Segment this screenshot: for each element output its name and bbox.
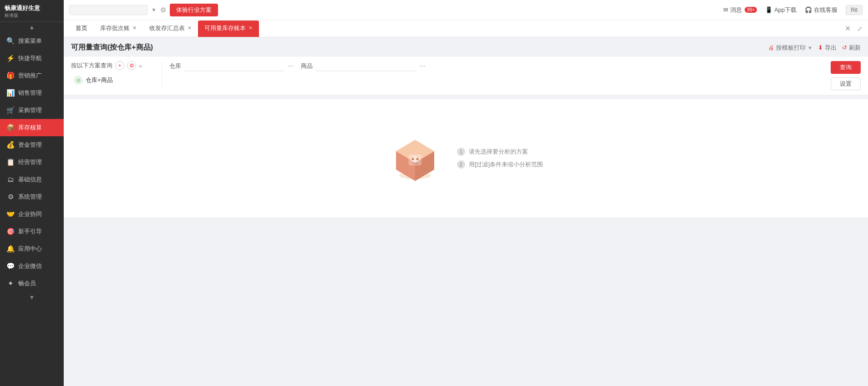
sidebar-label-inventory: 库存核算 xyxy=(18,124,42,132)
topbar-gear-icon[interactable]: ⚙ xyxy=(160,6,166,14)
tab-recv-summary-label: 收发存汇总表 xyxy=(149,24,185,32)
page-title: 可用量查询(按仓库+商品) xyxy=(71,43,153,52)
filter-goods-more-icon[interactable]: ··· xyxy=(419,62,425,70)
scheme-item-label: 仓库+商品 xyxy=(86,76,113,84)
tab-expand-btn[interactable]: ⤢ xyxy=(857,25,863,32)
folder-icon: 🗂 xyxy=(6,175,15,183)
clipboard-icon: 📋 xyxy=(6,158,15,166)
online-service-label: 在线客服 xyxy=(814,6,838,14)
scheme-item-warehouse-goods[interactable]: ⊙ 仓库+商品 xyxy=(71,74,157,87)
message-label: 消息 xyxy=(730,6,742,14)
sidebar-item-wechat[interactable]: 💬 企业微信 xyxy=(0,257,64,275)
filter-warehouse-more-icon[interactable]: ··· xyxy=(288,62,294,70)
message-icon: ✉ xyxy=(723,6,728,13)
dropdown-icon[interactable]: ▼ xyxy=(151,7,157,13)
sidebar-item-quick-nav[interactable]: ⚡ 快捷导航 xyxy=(0,50,64,67)
tip-item-2: 2 用[过滤]条件来缩小分析范围 xyxy=(457,160,543,169)
filter-area: 仓库 ··· 商品 ··· xyxy=(162,61,823,71)
sidebar-item-basic-info[interactable]: 🗂 基础信息 xyxy=(0,171,64,188)
tab-recv-summary-close[interactable]: ✕ xyxy=(188,25,192,31)
search-icon: 🔍 xyxy=(6,37,15,45)
sidebar-item-enterprise[interactable]: 🤝 企业协同 xyxy=(0,206,64,223)
action-btns: 查询 设置 xyxy=(823,61,861,90)
export-label: 导出 xyxy=(825,44,837,52)
user-avatar[interactable]: Rit xyxy=(846,5,863,15)
chat-icon: 💬 xyxy=(6,262,15,270)
industry-btn[interactable]: 体验行业方案 xyxy=(170,4,218,16)
sidebar-item-inventory[interactable]: 📦 库存核算 xyxy=(0,119,64,136)
filter-goods-input[interactable] xyxy=(315,61,416,71)
print-dropdown-icon[interactable]: ▼ xyxy=(807,45,812,51)
export-btn[interactable]: ⬇ 导出 xyxy=(818,44,837,52)
tab-global-close-btn[interactable]: ✕ xyxy=(842,23,853,34)
query-row: 按以下方案查询 + ⚙ « ⊙ 仓库+商品 仓库 ··· xyxy=(71,61,861,90)
sidebar-label-quick-nav: 快捷导航 xyxy=(18,54,42,62)
lightning-icon: ⚡ xyxy=(6,54,15,62)
tip-text-1: 请先选择要分析的方案 xyxy=(469,148,528,156)
scheme-add-icon[interactable]: + xyxy=(115,61,124,70)
query-panel: 按以下方案查询 + ⚙ « ⊙ 仓库+商品 仓库 ··· xyxy=(64,56,868,95)
scheme-item-icon: ⊙ xyxy=(74,76,83,85)
sidebar-item-vip[interactable]: ✦ 畅会员 xyxy=(0,275,64,292)
tabbar: 首页 库存批次账 ✕ 收发存汇总表 ✕ 可用量库存账本 ✕ ✕ ⤢ xyxy=(64,20,868,37)
tab-batch-account-close[interactable]: ✕ xyxy=(132,25,137,31)
sidebar-item-finance[interactable]: 💰 资金管理 xyxy=(0,136,64,154)
refresh-btn[interactable]: ↺ 刷新 xyxy=(842,44,861,52)
svg-point-7 xyxy=(411,158,414,160)
sidebar-item-sales[interactable]: 📊 销售管理 xyxy=(0,84,64,102)
gift-icon: 🎁 xyxy=(6,72,15,80)
gear-icon: ⚙ xyxy=(6,193,15,201)
sidebar-item-app-center[interactable]: 🔔 应用中心 xyxy=(0,240,64,257)
tab-home[interactable]: 首页 xyxy=(69,21,94,37)
sidebar-label-search: 搜索菜单 xyxy=(18,37,42,45)
sidebar-scroll: ▲ 🔍 搜索菜单 ⚡ 快捷导航 🎁 营销推广 📊 销售管理 🛒 采购管理 📦 库… xyxy=(0,22,64,386)
tab-recv-summary[interactable]: 收发存汇总表 ✕ xyxy=(143,21,198,37)
page-header: 可用量查询(按仓库+商品) 🖨 按模板打印 ▼ ⬇ 导出 ↺ 刷新 xyxy=(64,37,868,56)
tip-text-2: 用[过滤]条件来缩小分析范围 xyxy=(469,160,543,169)
sidebar-item-operations[interactable]: 📋 经营管理 xyxy=(0,154,64,171)
tab-batch-account[interactable]: 库存批次账 ✕ xyxy=(94,21,143,37)
sidebar-label-marketing: 营销推广 xyxy=(18,72,42,80)
app-name: 畅康通好生意 xyxy=(5,5,59,12)
scheme-collapse-icon[interactable]: « xyxy=(139,62,142,69)
tab-batch-account-label: 库存批次账 xyxy=(100,24,130,32)
sidebar-item-search[interactable]: 🔍 搜索菜单 xyxy=(0,32,64,50)
sidebar-item-newbie[interactable]: 🎯 新手引导 xyxy=(0,223,64,240)
message-btn[interactable]: ✉ 消息 99+ xyxy=(723,6,757,14)
scroll-up-btn[interactable]: ▲ xyxy=(0,22,64,32)
print-btn[interactable]: 🖨 按模板打印 ▼ xyxy=(768,44,812,52)
refresh-label: 刷新 xyxy=(849,44,861,52)
scheme-settings-icon[interactable]: ⚙ xyxy=(127,61,136,70)
sidebar-label-purchase: 采购管理 xyxy=(18,106,42,114)
app-logo: 畅康通好生意 标准版 xyxy=(0,0,64,22)
query-button[interactable]: 查询 xyxy=(831,61,861,74)
tab-available-ledger-close[interactable]: ✕ xyxy=(249,25,253,31)
refresh-icon: ↺ xyxy=(842,44,847,51)
scroll-down-btn[interactable]: ▼ xyxy=(0,292,64,303)
sidebar-label-system: 系统管理 xyxy=(18,193,42,201)
sidebar-label-sales: 销售管理 xyxy=(18,89,42,97)
sidebar-label-operations: 经营管理 xyxy=(18,158,42,166)
sidebar-label-enterprise: 企业协同 xyxy=(18,210,42,218)
filter-warehouse-label: 仓库 xyxy=(169,62,181,70)
sidebar-label-finance: 资金管理 xyxy=(18,141,42,149)
tab-home-label: 首页 xyxy=(76,24,87,32)
settings-button[interactable]: 设置 xyxy=(831,77,861,90)
sidebar-item-system[interactable]: ⚙ 系统管理 xyxy=(0,188,64,206)
sidebar-item-purchase[interactable]: 🛒 采购管理 xyxy=(0,102,64,119)
box-icon: 📦 xyxy=(6,124,15,132)
cart-icon: 🛒 xyxy=(6,106,15,114)
online-service-btn[interactable]: 🎧 在线客服 xyxy=(805,6,838,14)
app-download-btn[interactable]: 📱 App下载 xyxy=(765,6,797,14)
tab-actions: ✕ ⤢ xyxy=(842,23,863,34)
topbar: ▼ ⚙ 体验行业方案 ✉ 消息 99+ 📱 App下载 🎧 在线客服 Rit xyxy=(64,0,868,20)
tab-available-ledger[interactable]: 可用量库存账本 ✕ xyxy=(198,21,259,37)
headset-icon: 🎧 xyxy=(805,6,812,13)
sidebar: 畅康通好生意 标准版 ▲ 🔍 搜索菜单 ⚡ 快捷导航 🎁 营销推广 📊 销售管理… xyxy=(0,0,64,386)
phone-icon: 📱 xyxy=(765,6,772,13)
tab-available-ledger-label: 可用量库存账本 xyxy=(204,24,246,32)
sidebar-item-marketing[interactable]: 🎁 营销推广 xyxy=(0,67,64,84)
empty-state: 1 请先选择要分析的方案 2 用[过滤]条件来缩小分析范围 xyxy=(64,99,868,217)
filter-warehouse-input[interactable] xyxy=(184,61,284,71)
topbar-search-input[interactable] xyxy=(69,5,147,15)
